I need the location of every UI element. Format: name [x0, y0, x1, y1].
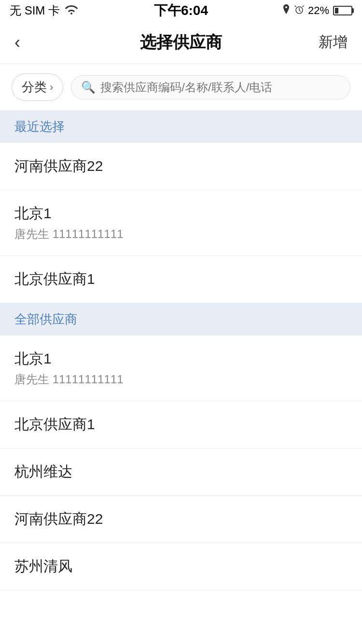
- list-item[interactable]: 河南供应商22: [0, 496, 362, 543]
- item-name: 北京1: [14, 349, 348, 369]
- category-label: 分类: [22, 79, 47, 96]
- wifi-icon: [65, 4, 78, 17]
- item-name: 杭州维达: [14, 462, 348, 482]
- item-name: 苏州清风: [14, 557, 348, 576]
- alarm-icon: [294, 4, 304, 17]
- item-name: 北京供应商1: [14, 269, 348, 289]
- add-button[interactable]: 新增: [319, 32, 348, 52]
- carrier-label: 无 SIM 卡: [10, 3, 60, 18]
- nav-bar: ‹ 选择供应商 新增: [0, 21, 362, 64]
- search-input[interactable]: [100, 81, 340, 94]
- recent-section-label: 最近选择: [14, 119, 65, 134]
- item-name: 河南供应商22: [14, 509, 348, 529]
- item-name: 河南供应商22: [14, 156, 348, 176]
- battery-percent: 22%: [308, 4, 329, 17]
- list-item[interactable]: 北京1唐先生 11111111111: [0, 190, 362, 256]
- status-right: 22%: [282, 4, 352, 17]
- item-sub: 唐先生 11111111111: [14, 372, 348, 387]
- list-item[interactable]: 苏州清风: [0, 543, 362, 590]
- status-bar: 无 SIM 卡 下午6:04 22%: [0, 0, 362, 21]
- battery-icon: [333, 6, 352, 15]
- list-item[interactable]: 北京1唐先生 11111111111: [0, 336, 362, 401]
- item-name: 北京1: [14, 204, 348, 224]
- search-icon: 🔍: [81, 81, 96, 94]
- recent-items-list: 河南供应商22北京1唐先生 11111111111北京供应商1: [0, 143, 362, 303]
- list-item[interactable]: 河南供应商22: [0, 143, 362, 190]
- location-icon: [282, 4, 291, 17]
- filter-bar: 分类 › 🔍: [0, 64, 362, 111]
- search-box[interactable]: 🔍: [71, 75, 350, 99]
- status-left: 无 SIM 卡: [10, 3, 78, 18]
- all-section-header: 全部供应商: [0, 303, 362, 336]
- list-item[interactable]: 北京供应商1: [0, 401, 362, 448]
- recent-section-header: 最近选择: [0, 111, 362, 143]
- list-item[interactable]: 北京供应商1: [0, 256, 362, 303]
- item-sub: 唐先生 11111111111: [14, 226, 348, 242]
- page-title: 选择供应商: [140, 31, 222, 54]
- list-item[interactable]: 杭州维达: [0, 448, 362, 496]
- item-name: 北京供应商1: [14, 415, 348, 434]
- back-button[interactable]: ‹: [14, 32, 43, 53]
- category-filter[interactable]: 分类 ›: [12, 73, 63, 101]
- all-section-label: 全部供应商: [14, 312, 77, 326]
- all-items-list: 北京1唐先生 11111111111北京供应商1杭州维达河南供应商22苏州清风: [0, 336, 362, 590]
- chevron-right-icon: ›: [50, 81, 53, 94]
- status-time: 下午6:04: [154, 1, 208, 20]
